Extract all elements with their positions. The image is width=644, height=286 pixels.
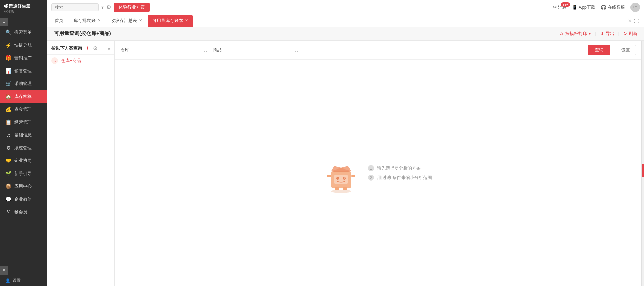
filter-add-button[interactable]: ＋: [85, 45, 90, 52]
step-2-text: 用[过滤]条件来缩小分析范围: [377, 175, 432, 181]
headset-icon: 🎧: [601, 5, 606, 10]
wechat-icon: 💬: [5, 196, 11, 202]
page-actions: 🖨 按模板打印 ▾ | ⬇ 导出 | ↻ 刷新: [560, 31, 637, 37]
sidebar-item-basic-info[interactable]: 🗂 基础信息: [0, 129, 47, 141]
svg-point-9: [344, 178, 345, 179]
settings-button[interactable]: 设置: [616, 45, 636, 55]
sidebar-item-quick-nav[interactable]: ⚡ 快捷导航: [0, 39, 47, 52]
sidebar-item-app-center[interactable]: 📦 应用中心: [0, 180, 47, 193]
message-button[interactable]: ✉ 消息 99+: [553, 4, 567, 10]
export-button[interactable]: ⬇ 导出: [600, 31, 614, 37]
sidebar-scroll: 🔍 搜索菜单 ⚡ 快捷导航 🎁 营销推广 📊 销售管理 🛒 采购管理 🏠 库存核…: [0, 26, 47, 266]
topbar-right: ✉ 消息 99+ 📱 App下载 🎧 在线客服 Rit: [553, 3, 640, 12]
app-download-button[interactable]: 📱 App下载: [572, 4, 595, 10]
logo-subtitle: 标准版: [4, 9, 43, 14]
tab-home-label: 首页: [55, 18, 63, 24]
print-chevron-icon[interactable]: ▾: [589, 31, 591, 36]
right-scrollbar[interactable]: [641, 41, 644, 286]
tab-collect-summary-close[interactable]: ✕: [139, 18, 142, 23]
sidebar-item-system[interactable]: ⚙ 系统管理: [0, 141, 47, 154]
enterprise-icon: 🤝: [5, 158, 11, 164]
sidebar-item-member[interactable]: V 畅会员: [0, 206, 47, 218]
sidebar-item-finance[interactable]: 💰 资金管理: [0, 103, 47, 116]
sidebar-logo: 畅康通好生意 标准版: [0, 0, 47, 18]
tab-available-ledger-close[interactable]: ✕: [185, 18, 188, 23]
tab-expand-icon[interactable]: ⛶: [634, 18, 639, 24]
sidebar-scroll-up[interactable]: ▲: [0, 18, 8, 26]
chevron-down-icon[interactable]: ▾: [101, 5, 104, 10]
app-download-icon: 📱: [572, 5, 577, 10]
sidebar-item-label: 新手引导: [14, 171, 32, 177]
sidebar-item-label: 资金管理: [14, 106, 32, 112]
user-avatar-icon: 👤: [5, 278, 10, 283]
empty-state: 1 请先选择要分析的方案 2 用[过滤]条件来缩小分析范围: [115, 60, 641, 286]
tab-batch-account[interactable]: 库存批次账 ✕: [69, 15, 105, 27]
system-icon: ⚙: [5, 145, 11, 151]
warehouse-input[interactable]: [132, 47, 199, 53]
print-label: 按模板打印: [565, 31, 587, 37]
sidebar-item-label: 企业微信: [14, 196, 32, 202]
quick-nav-icon: ⚡: [5, 42, 11, 48]
print-button[interactable]: 🖨 按模板打印 ▾: [560, 31, 591, 37]
sidebar-item-label: 采购管理: [14, 81, 32, 87]
sidebar-item-operations[interactable]: 📋 经营管理: [0, 116, 47, 129]
filter-item-warehouse-goods[interactable]: ⊙ 仓库+商品: [47, 55, 114, 67]
tab-home[interactable]: 首页: [50, 15, 68, 27]
svg-rect-13: [343, 187, 347, 190]
tab-actions: ✕ ⛶: [625, 15, 641, 27]
sales-icon: 📊: [5, 68, 11, 74]
sidebar-bottom[interactable]: 👤 设置: [0, 275, 47, 286]
warehouse-more-icon[interactable]: …: [202, 47, 207, 53]
inventory-icon: 🏠: [5, 94, 11, 100]
filter-header: 按以下方案查询 ＋ ⊙ «: [47, 45, 114, 55]
sidebar-item-marketing[interactable]: 🎁 营销推广: [0, 52, 47, 64]
tab-batch-account-close[interactable]: ✕: [98, 18, 101, 23]
filter-collapse-button[interactable]: «: [108, 46, 110, 51]
tab-close-icon[interactable]: ✕: [628, 18, 632, 24]
svg-rect-10: [327, 175, 331, 177]
logo-title: 畅康通好生意: [4, 3, 43, 9]
sidebar-item-label: 应用中心: [14, 183, 32, 189]
search-input[interactable]: [51, 3, 99, 11]
sidebar-item-inventory[interactable]: 🏠 库存核算: [0, 90, 47, 103]
goods-more-icon[interactable]: …: [294, 47, 300, 53]
avatar-text: Rit: [633, 5, 637, 9]
member-icon: V: [5, 210, 11, 214]
page-title: 可用量查询(按仓库+商品): [54, 30, 111, 37]
sidebar-item-enterprise[interactable]: 🤝 企业协同: [0, 154, 47, 167]
tab-available-ledger[interactable]: 可用量库存账本 ✕: [148, 15, 193, 27]
refresh-icon: ↻: [623, 31, 627, 36]
guide-icon: 🌱: [5, 171, 11, 177]
tab-collect-summary[interactable]: 收发存汇总表 ✕: [106, 15, 147, 27]
user-info[interactable]: Rit: [630, 3, 640, 12]
export-icon: ⬇: [600, 31, 604, 36]
sidebar-item-label: 经营管理: [14, 119, 32, 125]
step-1-number: 1: [368, 165, 374, 171]
empty-step-1: 1 请先选择要分析的方案: [368, 165, 432, 171]
query-button[interactable]: 查询: [588, 45, 610, 55]
step-1-text: 请先选择要分析的方案: [377, 165, 421, 171]
goods-input[interactable]: [224, 47, 292, 53]
main-content: 仓库 … 商品 … 查询 设置: [115, 41, 641, 286]
filter-item-label: 仓库+商品: [61, 58, 81, 64]
sidebar-scroll-down[interactable]: ▼: [0, 266, 8, 275]
scrollbar-thumb: [642, 164, 644, 177]
online-service-button[interactable]: 🎧 在线客服: [601, 4, 625, 10]
trial-button[interactable]: 体验行业方案: [114, 3, 150, 12]
gear-icon[interactable]: ⚙: [106, 4, 111, 10]
sidebar-item-wechat[interactable]: 💬 企业微信: [0, 193, 47, 206]
sidebar-item-label: 企业协同: [14, 158, 32, 164]
sidebar-item-label: 系统管理: [14, 145, 32, 151]
sidebar-item-sales[interactable]: 📊 销售管理: [0, 64, 47, 77]
refresh-button[interactable]: ↻ 刷新: [623, 31, 637, 37]
app-download-label: App下载: [579, 4, 595, 10]
sidebar-item-search[interactable]: 🔍 搜索菜单: [0, 26, 47, 39]
filter-settings-button[interactable]: ⊙: [93, 45, 97, 51]
main-area: ▾ ⚙ 体验行业方案 ✉ 消息 99+ 📱 App下载 🎧 在线客服 Rit: [47, 0, 644, 286]
sidebar-item-guide[interactable]: 🌱 新手引导: [0, 167, 47, 180]
avatar: Rit: [630, 3, 640, 12]
message-badge: 99+: [561, 2, 570, 7]
sidebar-item-purchase[interactable]: 🛒 采购管理: [0, 77, 47, 90]
divider-1: |: [595, 31, 596, 36]
svg-marker-4: [341, 166, 351, 171]
